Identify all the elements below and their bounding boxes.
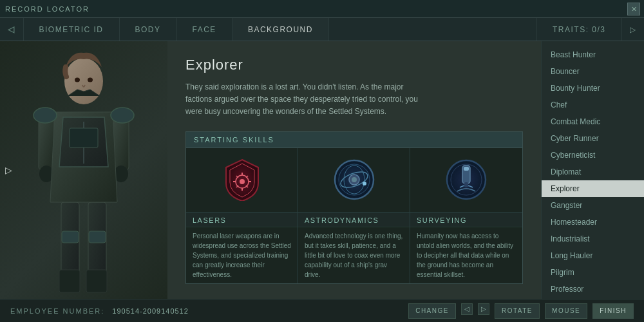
finish-button[interactable]: FINISH xyxy=(592,303,634,319)
tab-body[interactable]: BODY xyxy=(120,18,177,41)
character-figure xyxy=(13,48,155,299)
prev-button[interactable]: ◁ xyxy=(461,303,473,315)
svg-rect-5 xyxy=(86,270,107,292)
svg-rect-11 xyxy=(70,128,98,147)
employee-label: EMPLOYEE NUMBER: xyxy=(10,307,104,315)
next-button[interactable]: ▷ xyxy=(478,303,489,315)
bg-list-item-explorer[interactable]: Explorer xyxy=(542,180,644,197)
bg-list-item-ronin[interactable]: Ronin xyxy=(542,298,644,299)
employee-number: 190514-2009140512 xyxy=(112,307,189,315)
svg-rect-39 xyxy=(464,182,468,187)
bg-list-item-cyber-runner[interactable]: Cyber Runner xyxy=(542,130,644,147)
svg-rect-8 xyxy=(113,115,129,170)
skill-lasers: LASERS Personal laser weapons are in wid… xyxy=(186,148,298,283)
astrodynamics-icon xyxy=(334,159,375,200)
rotate-button[interactable]: ROTATE xyxy=(495,303,540,319)
info-panel: Explorer They said exploration is a lost… xyxy=(167,41,541,299)
skill-surveying-desc: Humanity now has access to untold alien … xyxy=(410,227,522,283)
svg-point-19 xyxy=(240,179,245,184)
bg-list-item-industrialist[interactable]: Industrialist xyxy=(542,231,644,247)
background-list: Beast HunterBouncerBounty HunterChefComb… xyxy=(541,41,644,299)
svg-point-17 xyxy=(88,78,93,82)
skill-astrodynamics-icon-area xyxy=(298,148,410,213)
bg-list-item-professor[interactable]: Professor xyxy=(542,281,644,298)
skill-lasers-icon-area xyxy=(186,148,298,213)
svg-rect-2 xyxy=(62,231,79,243)
bg-list-item-chef[interactable]: Chef xyxy=(542,97,644,113)
skills-grid: LASERS Personal laser weapons are in wid… xyxy=(186,148,522,283)
bg-list-item-bounty-hunter[interactable]: Bounty Hunter xyxy=(542,80,644,97)
change-button[interactable]: CHANGE xyxy=(408,303,456,319)
skill-surveying-name: SURVEYING xyxy=(410,213,522,227)
svg-point-15 xyxy=(64,58,103,104)
record-locator-label: RECORD LOCATOR xyxy=(5,5,90,13)
background-title: Explorer xyxy=(185,57,523,73)
svg-rect-3 xyxy=(89,231,106,243)
bg-list-item-combat-medic[interactable]: Combat Medic xyxy=(542,113,644,130)
skills-section: STARTING SKILLS xyxy=(185,131,523,284)
tab-face[interactable]: FACE xyxy=(177,18,232,41)
bg-list-item-gangster[interactable]: Gangster xyxy=(542,197,644,214)
svg-point-16 xyxy=(75,78,80,82)
bg-list-item-homesteader[interactable]: Homesteader xyxy=(542,214,644,231)
bg-list-item-diplomat[interactable]: Diplomat xyxy=(542,164,644,180)
skill-lasers-desc: Personal laser weapons are in widespread… xyxy=(186,227,298,283)
tab-background[interactable]: BACKGROUND xyxy=(232,18,329,41)
nav-right-button[interactable]: ▷ xyxy=(621,18,645,41)
tab-traits[interactable]: TRAITS: 0/3 xyxy=(536,18,621,41)
surveying-icon xyxy=(446,159,487,200)
bg-list-item-cyberneticist[interactable]: Cyberneticist xyxy=(542,147,644,164)
close-button[interactable]: ✕ xyxy=(627,3,640,15)
skill-astrodynamics: ASTRODYNAMICS Advanced technology is one… xyxy=(298,148,410,283)
svg-point-13 xyxy=(111,108,134,123)
bg-list-item-bouncer[interactable]: Bouncer xyxy=(542,63,644,80)
cursor-arrow: ▷ xyxy=(5,165,12,175)
skill-surveying: SURVEYING Humanity now has access to unt… xyxy=(410,148,522,283)
mouse-button[interactable]: MOUSE xyxy=(545,303,587,319)
svg-point-33 xyxy=(352,177,357,182)
skill-lasers-name: LASERS xyxy=(186,213,298,227)
bg-list-item-beast-hunter[interactable]: Beast Hunter xyxy=(542,46,644,63)
lasers-icon xyxy=(223,158,261,201)
bg-list-item-long-hauler[interactable]: Long Hauler xyxy=(542,247,644,264)
main-content: ▷ xyxy=(0,41,644,299)
skill-astro-name: ASTRODYNAMICS xyxy=(298,213,410,227)
skill-astro-desc: Advanced technology is one thing, but it… xyxy=(298,227,410,283)
skills-header: STARTING SKILLS xyxy=(186,132,522,148)
skill-surveying-icon-area xyxy=(410,148,522,213)
svg-rect-38 xyxy=(464,167,469,171)
nav-tabs: ◁ BIOMETRIC ID BODY FACE BACKGROUND TRAI… xyxy=(0,18,644,41)
character-panel: ▷ xyxy=(0,41,167,299)
bg-list-item-pilgrim[interactable]: Pilgrim xyxy=(542,264,644,281)
tab-biometric[interactable]: BIOMETRIC ID xyxy=(24,18,120,41)
bottom-bar: EMPLOYEE NUMBER: 190514-2009140512 CHANG… xyxy=(0,299,644,322)
background-description: They said exploration is a lost art. You… xyxy=(185,81,430,118)
svg-rect-6 xyxy=(39,115,54,170)
svg-point-12 xyxy=(33,108,57,123)
svg-point-34 xyxy=(363,182,366,185)
bottom-buttons: CHANGE ◁ ▷ ROTATE MOUSE FINISH xyxy=(408,303,634,319)
top-bar: RECORD LOCATOR ✕ xyxy=(0,0,644,18)
nav-left-button[interactable]: ◁ xyxy=(0,18,24,41)
svg-rect-4 xyxy=(59,270,80,292)
